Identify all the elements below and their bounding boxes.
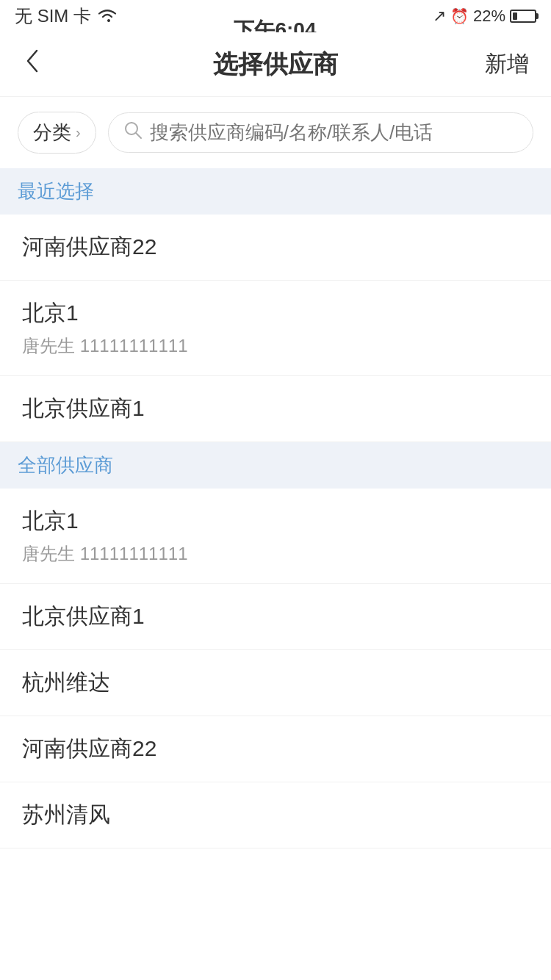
recent-section-header: 最近选择 (0, 168, 551, 215)
item-name: 北京1 (22, 506, 529, 536)
page-title: 选择供应商 (213, 48, 338, 82)
svg-line-1 (136, 133, 141, 138)
item-name: 北京1 (22, 298, 529, 328)
list-item[interactable]: 北京1 唐先生 11111111111 (0, 489, 551, 584)
wifi-icon (97, 9, 118, 24)
status-left: 无 SIM 卡 (15, 4, 118, 28)
search-box (108, 112, 533, 153)
list-item[interactable]: 北京1 唐先生 11111111111 (0, 281, 551, 376)
item-name: 苏州清风 (22, 800, 529, 830)
alarm-icon: ⏰ (450, 7, 469, 25)
battery-icon (510, 10, 536, 23)
all-suppliers-list: 北京1 唐先生 11111111111 北京供应商1 杭州维达 河南供应商22 … (0, 489, 551, 849)
search-icon (123, 120, 143, 145)
filter-bar: 分类 › (0, 97, 551, 168)
battery-percent: 22% (473, 7, 505, 26)
item-name: 北京供应商1 (22, 394, 529, 424)
status-right: ↗ ⏰ 22% (433, 7, 536, 26)
item-name: 河南供应商22 (22, 232, 529, 262)
item-sub: 唐先生 11111111111 (22, 334, 529, 358)
no-sim-text: 无 SIM 卡 (15, 4, 91, 28)
recent-list: 河南供应商22 北京1 唐先生 11111111111 北京供应商1 (0, 215, 551, 442)
item-sub: 唐先生 11111111111 (22, 542, 529, 566)
item-name: 河南供应商22 (22, 734, 529, 764)
list-item[interactable]: 苏州清风 (0, 782, 551, 849)
status-bar: 无 SIM 卡 下午6:04 ↗ ⏰ 22% (0, 0, 551, 32)
all-section-header: 全部供应商 (0, 442, 551, 489)
add-button[interactable]: 新增 (485, 49, 529, 79)
list-item[interactable]: 北京供应商1 (0, 376, 551, 442)
back-button[interactable] (22, 45, 66, 84)
item-name: 杭州维达 (22, 668, 529, 698)
location-icon: ↗ (433, 7, 446, 26)
item-name: 北京供应商1 (22, 602, 529, 632)
nav-bar: 选择供应商 新增 (0, 32, 551, 97)
category-label: 分类 (33, 120, 71, 145)
list-item[interactable]: 河南供应商22 (0, 215, 551, 281)
chevron-right-icon: › (76, 124, 81, 141)
list-item[interactable]: 河南供应商22 (0, 716, 551, 782)
search-input[interactable] (150, 121, 518, 144)
list-item[interactable]: 北京供应商1 (0, 584, 551, 650)
category-filter-button[interactable]: 分类 › (18, 112, 96, 154)
list-item[interactable]: 杭州维达 (0, 650, 551, 716)
